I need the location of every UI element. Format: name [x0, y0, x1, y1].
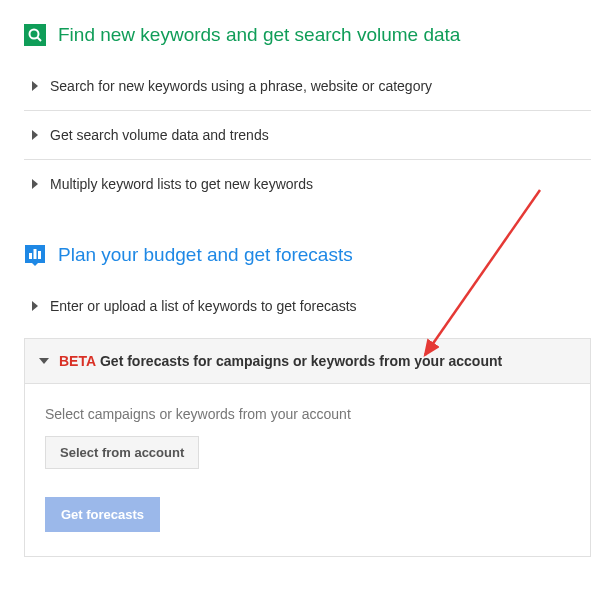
- expand-row-search-keywords[interactable]: Search for new keywords using a phrase, …: [24, 62, 591, 111]
- search-icon: [24, 24, 46, 46]
- chevron-right-icon: [32, 130, 38, 140]
- svg-rect-7: [38, 251, 41, 259]
- beta-badge: BETA: [59, 353, 96, 369]
- expand-row-label: Multiply keyword lists to get new keywor…: [50, 176, 313, 192]
- section-header-keywords: Find new keywords and get search volume …: [24, 24, 591, 46]
- svg-marker-4: [32, 263, 38, 266]
- expand-row-label: Search for new keywords using a phrase, …: [50, 78, 432, 94]
- expand-row-label: Enter or upload a list of keywords to ge…: [50, 298, 357, 314]
- chevron-down-icon: [39, 358, 49, 364]
- chevron-right-icon: [32, 301, 38, 311]
- expand-row-upload-keywords[interactable]: Enter or upload a list of keywords to ge…: [24, 282, 591, 330]
- expand-row-label: Get search volume data and trends: [50, 127, 269, 143]
- svg-rect-6: [34, 249, 37, 259]
- expanded-panel-forecasts: BETA Get forecasts for campaigns or keyw…: [24, 338, 591, 557]
- body-label: Select campaigns or keywords from your a…: [45, 406, 570, 422]
- expanded-body: Select campaigns or keywords from your a…: [25, 384, 590, 556]
- section-title-keywords: Find new keywords and get search volume …: [58, 24, 460, 46]
- expanded-title: Get forecasts for campaigns or keywords …: [100, 353, 502, 369]
- expand-row-volume-data[interactable]: Get search volume data and trends: [24, 111, 591, 160]
- expanded-header[interactable]: BETA Get forecasts for campaigns or keyw…: [25, 339, 590, 384]
- svg-rect-5: [29, 253, 32, 259]
- svg-line-9: [425, 190, 540, 355]
- get-forecasts-button[interactable]: Get forecasts: [45, 497, 160, 532]
- svg-rect-0: [24, 24, 46, 46]
- chevron-right-icon: [32, 179, 38, 189]
- select-from-account-button[interactable]: Select from account: [45, 436, 199, 469]
- section-title-budget: Plan your budget and get forecasts: [58, 244, 353, 266]
- expand-row-multiply-lists[interactable]: Multiply keyword lists to get new keywor…: [24, 160, 591, 208]
- chevron-right-icon: [32, 81, 38, 91]
- chart-icon: [24, 244, 46, 266]
- section-header-budget: Plan your budget and get forecasts: [24, 244, 591, 266]
